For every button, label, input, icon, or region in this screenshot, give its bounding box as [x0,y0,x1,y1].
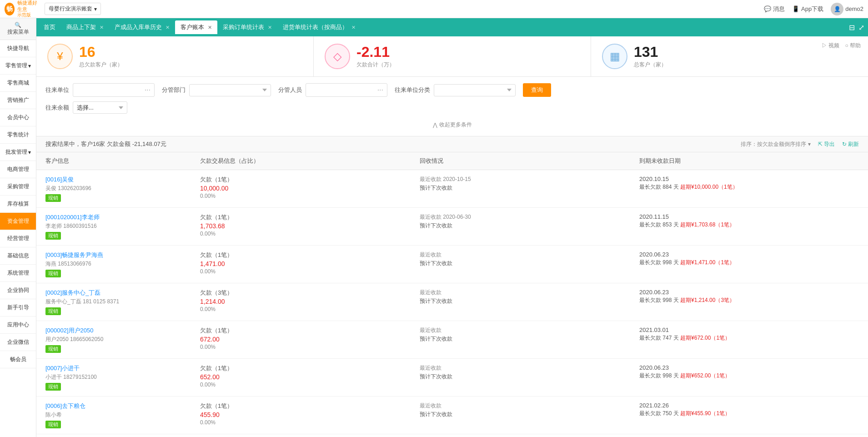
tab-close-icon[interactable]: ✕ [166,25,170,30]
sidebar-item-retail-management[interactable]: 零售管理 ▾ [0,57,36,75]
person-search-input[interactable] [310,87,377,94]
filter-row-1: 往来单位 ··· 分管部门 [45,83,859,97]
due-date-cell: 2021.02.26 最长欠款 750 天 超期¥455.90（1笔） [639,402,859,417]
sidebar-item-apps[interactable]: 应用中心 [0,316,36,334]
sidebar-item-inventory[interactable]: 库存核算 [0,196,36,213]
stat-card-total-customers: ▷ 视频 ○ 帮助 ▦ 131 总客户（家） [591,36,868,76]
partner-dots-icon[interactable]: ··· [145,86,151,94]
sidebar-search[interactable]: 🔍 搜索菜单 [0,18,36,40]
stat-value-total-customers: 131 [634,45,667,59]
fullscreen-icon[interactable]: ⤢ [858,23,864,32]
sidebar: 🔍 搜索菜单 快捷导航 零售管理 ▾ 零售商城 营销推广 会员中心 零售统计 [0,18,36,437]
customer-name-link[interactable]: [0003]畅捷服务尹海燕 [45,251,103,258]
sidebar-item-retail-stats[interactable]: 零售统计 [0,126,36,144]
mobile-icon: 📱 [792,5,799,12]
table-row: [0003]畅捷服务尹海燕 海燕 18513066976 现销 欠款（1笔） 1… [36,246,868,283]
video-help-button[interactable]: ▷ 视频 [822,42,839,50]
table-row: [0007]小进干 小进干 18279152100 现销 欠款（1笔） 652.… [36,359,868,397]
sidebar-item-operations[interactable]: 经营管理 [0,230,36,247]
tab-close-icon[interactable]: ✕ [100,25,104,30]
category-select[interactable] [434,84,516,96]
customer-info-cell: [000002]用户2050 用户2050 18665062050 现销 [45,326,200,353]
refresh-icon: ↻ [842,141,847,147]
sidebar-item-finance[interactable]: 资金管理 [0,213,36,230]
customer-name-link[interactable]: [000002]用户2050 [45,327,94,334]
recovery-cell: 最近收款 2020-06-30 预计下次收款 [420,213,639,230]
customer-info-cell: [0001020001]李老师 李老师 18600391516 现销 [45,213,200,240]
store-selector[interactable]: 母婴行业演示账套 ▾ [45,3,101,15]
due-date-cell: 2020.11.15 最长欠款 853 天 超期¥1,703.68（1笔） [639,213,859,229]
customer-name-link[interactable]: [0001020001]李老师 [45,214,100,221]
content-area: 首页 商品上下架 ✕ 产成品入库单历史 ✕ 客户账本 ✕ 采购订单统计表 ✕ [36,18,868,437]
customer-info-cell: [0003]畅捷服务尹海燕 海燕 18513066976 现销 [45,251,200,277]
tab-goods-stats[interactable]: 进货单统计表（按商品） ✕ [277,20,361,34]
filter-group-person: 分管人员 ··· [278,83,387,97]
chevron-down-icon: ▾ [28,149,31,156]
sidebar-item-newbie[interactable]: 新手引导 [0,299,36,316]
search-button[interactable]: 查询 [523,83,551,97]
filter-group-category: 往来单位分类 [395,84,516,96]
recovery-cell: 最近收款 预计下次收款 [420,251,639,267]
export-button[interactable]: ⇱ 导出 [818,141,835,148]
sidebar-item-member-center[interactable]: 会员中心 [0,109,36,126]
header-bar: 畅 畅捷通好生意 示范版 母婴行业演示账套 ▾ 💬 消息 📱 App下载 👤 d… [0,0,868,18]
tab-finished-goods[interactable]: 产成品入库单历史 ✕ [109,20,175,34]
video-icon: ▷ [822,42,827,49]
table-header: 客户信息 欠款交易信息（占比） 回收情况 到期未收款日期 [36,152,868,170]
due-date-cell: 2020.06.23 最长欠款 998 天 超期¥1,471.00（1笔） [639,251,859,266]
tab-purchase-order[interactable]: 采购订单统计表 ✕ [217,20,277,34]
collapse-tabs-icon[interactable]: ⊟ [849,23,855,32]
due-date-cell: 2020.10.15 最长欠款 884 天 超期¥10,000.00（1笔） [639,176,859,191]
avatar: 👤 [831,3,843,15]
table-row: [000001]黄思源 黄思源 13552700226 现销 欠款（1笔） 42… [36,434,868,437]
table-container: 客户信息 欠款交易信息（占比） 回收情况 到期未收款日期 [0016]吴俊 吴俊… [36,152,868,437]
sidebar-item-marketing[interactable]: 营销推广 [0,92,36,109]
due-date-cell: 2021.03.01 最长欠款 747 天 超期¥672.00（1笔） [639,326,859,342]
customer-name-link[interactable]: [0006]去下粮仓 [45,402,85,409]
tab-close-icon[interactable]: ✕ [268,25,272,30]
partner-search-input[interactable] [77,87,145,94]
tab-close-icon[interactable]: ✕ [351,25,356,30]
sort-selector[interactable]: 排序：按欠款金额倒序排序 ▾ [741,141,811,148]
user-menu[interactable]: 👤 demo2 [831,3,863,15]
tab-home[interactable]: 首页 [38,20,61,34]
debt-info-cell: 欠款（1笔） 1,471.00 0.00% [200,251,420,275]
logo-area: 畅 畅捷通好生意 示范版 [5,0,41,17]
help-icon: ○ [845,42,848,49]
person-input[interactable]: ··· [306,83,387,97]
sidebar-item-system[interactable]: 系统管理 [0,265,36,282]
sidebar-item-purchase[interactable]: 采购管理 [0,178,36,196]
results-info: 搜索结果中，客户16家 欠款金额 -21,148.07元 [45,140,166,148]
sidebar-item-ecommerce[interactable]: 电商管理 [0,161,36,178]
tab-customer-ledger[interactable]: 客户账本 ✕ [175,20,217,34]
customer-name-link[interactable]: [0002]服务中心_丁磊 [45,289,100,296]
tab-product-listing[interactable]: 商品上下架 ✕ [61,20,109,34]
stat-value-debt-total: -2.11 [356,45,395,59]
tab-close-icon[interactable]: ✕ [208,25,212,30]
help-button[interactable]: ○ 帮助 [845,42,861,50]
sidebar-item-basic-info[interactable]: 基础信息 [0,247,36,265]
customer-name-link[interactable]: [0016]吴俊 [45,176,74,183]
message-icon: 💬 [764,5,771,12]
sidebar-item-wholesale[interactable]: 批发管理 ▾ [0,144,36,161]
sidebar-item-retail-mall[interactable]: 零售商城 [0,75,36,92]
sidebar-item-wechat-work[interactable]: 企业微信 [0,334,36,351]
sidebar-item-member[interactable]: 畅会员 [0,351,36,368]
table-row: [0016]吴俊 吴俊 13026203696 现销 欠款（1笔） 10,000… [36,170,868,208]
table-row: [0006]去下粮仓 陈小希 现销 欠款（1笔） 455.90 0.00% 最近… [36,397,868,434]
person-dots-icon[interactable]: ··· [377,86,383,94]
dept-select[interactable] [189,84,271,96]
balance-select[interactable]: 选择... [73,101,127,114]
customer-name-link[interactable]: [0007]小进干 [45,365,80,372]
sidebar-item-quick-nav[interactable]: 快捷导航 [0,40,36,57]
due-date-cell: 2020.06.23 最长欠款 998 天 超期¥1,214.00（3笔） [639,289,859,304]
collapse-row[interactable]: ⋀ 收起更多条件 [45,118,859,131]
messages-button[interactable]: 💬 消息 [764,5,785,13]
sidebar-item-enterprise-collab[interactable]: 企业协同 [0,282,36,299]
partner-input[interactable]: ··· [73,83,155,97]
due-date-cell: 2020.06.23 最长欠款 998 天 超期¥652.00（1笔） [639,364,859,380]
table-row: [000002]用户2050 用户2050 18665062050 现销 欠款（… [36,321,868,359]
app-download-button[interactable]: 📱 App下载 [792,5,823,13]
filter-area: 往来单位 ··· 分管部门 [36,77,868,136]
refresh-button[interactable]: ↻ 刷新 [842,141,859,148]
